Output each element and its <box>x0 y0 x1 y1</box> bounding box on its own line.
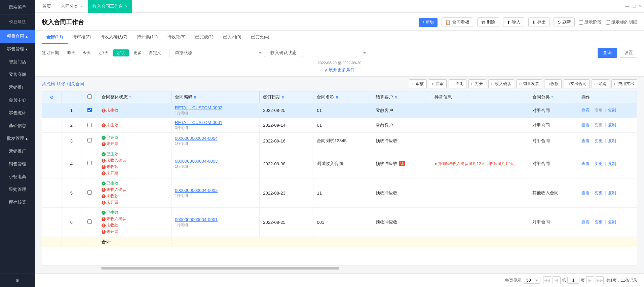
sidebar-item-project[interactable]: 项目合同▲ <box>0 30 35 43</box>
sidebar-item-member[interactable]: 会员中心 <box>0 94 35 107</box>
row-action-变更[interactable]: 变更 <box>595 138 603 144</box>
refresh-button[interactable]: ↻ 刷新 <box>554 17 575 27</box>
toolbar-btn-close[interactable]: □关闭 <box>449 79 466 88</box>
toolbar-btn-support-contract[interactable]: □支出合同 <box>564 79 590 88</box>
toolbar-btn-abandon[interactable]: ○弃审 <box>429 79 447 88</box>
tab-close-icon[interactable]: × <box>80 4 83 9</box>
contract-code-link[interactable]: 0000000000004-0003 <box>175 159 218 164</box>
sidebar-item-wholesale-mgmt[interactable]: 批发管理▲ <box>0 132 35 145</box>
row-action-查看[interactable]: 查看 <box>581 219 590 225</box>
contract-code-link[interactable]: RETAIL_CUSTOM-0003 <box>175 105 222 110</box>
page-input[interactable] <box>567 277 579 284</box>
row-action-查看[interactable]: 查看 <box>581 108 590 113</box>
delete-button[interactable]: 🗑 删除 <box>477 17 499 27</box>
tab-home[interactable]: 首页 <box>38 0 56 13</box>
sidebar-item-retail-mall[interactable]: 零售商城 <box>0 68 35 81</box>
cell-checkbox[interactable] <box>81 208 98 237</box>
filter-tab-closed[interactable]: 已关闭(0) <box>218 31 246 44</box>
sidebar-item-retail-mgmt[interactable]: 零售管理▲ <box>0 43 35 55</box>
row-action-复制[interactable]: 复制 <box>608 138 616 144</box>
row-action-复制[interactable]: 复制 <box>608 190 616 196</box>
date-option-last7[interactable]: 近7天 <box>96 49 111 56</box>
sidebar-search[interactable]: 搜索菜单 <box>0 0 35 14</box>
filter-tab-all[interactable]: 全部(11) <box>42 31 68 44</box>
toolbar-btn-open[interactable]: □打开 <box>468 79 486 88</box>
sidebar-item-sales-mgmt[interactable]: 销售管理 <box>0 158 35 170</box>
contract-code-link[interactable]: 0000000000004-0002 <box>175 188 218 193</box>
first-page-button[interactable]: ◀◀ <box>543 276 551 284</box>
date-option-custom[interactable]: 自定义 <box>146 49 164 56</box>
contract-code-link[interactable]: 0000000000004-0001 <box>175 217 218 222</box>
query-button[interactable]: 查询 <box>598 48 617 58</box>
filter-tab-pending-review[interactable]: 待审核(2) <box>68 31 96 44</box>
expand-conditions-button[interactable]: ∨ 展开更多条件 <box>324 67 355 73</box>
toolbar-btn-collection[interactable]: □收款 <box>544 79 562 88</box>
show-segment-checkbox[interactable]: 显示阶段 <box>579 19 602 25</box>
tab-close-icon[interactable]: × <box>125 4 127 9</box>
tab-contract-category[interactable]: 合同分类× <box>56 0 88 13</box>
toolbar-btn-sales-invoice[interactable]: □销售发票 <box>516 79 542 88</box>
row-action-复制[interactable]: 复制 <box>608 161 616 167</box>
next-page-button[interactable]: ▶ <box>586 276 594 284</box>
date-option-more[interactable]: 更多 <box>131 49 144 56</box>
sidebar-settings[interactable]: ⚙ <box>0 274 35 287</box>
filter-tab-pending-invoice[interactable]: 待开票(11) <box>132 31 162 44</box>
sidebar-item-inventory[interactable]: 库存核算 <box>0 196 35 209</box>
cell-checkbox[interactable] <box>81 178 98 208</box>
row-action-变更[interactable]: 变更 <box>595 219 603 225</box>
last-page-button[interactable]: ▶▶ <box>596 276 604 284</box>
cell-checkbox[interactable] <box>81 103 98 118</box>
date-option-last1month[interactable]: 近1月 <box>113 49 129 56</box>
minimize-icon[interactable]: — <box>625 4 630 9</box>
kanban-button[interactable]: 📋 合同看板 <box>442 17 473 27</box>
show-detail-checkbox[interactable]: 显示标的明细 <box>606 19 637 25</box>
row-action-查看[interactable]: 查看 <box>581 161 590 167</box>
filter-tab-changed[interactable]: 已变更(4) <box>246 31 274 44</box>
prev-page-button[interactable]: ◀ <box>553 276 561 284</box>
maximize-icon[interactable]: □ <box>633 4 636 9</box>
cell-checkbox[interactable] <box>81 133 98 149</box>
sidebar-nav-label[interactable]: 快捷导航 <box>0 17 35 27</box>
th-checkbox[interactable] <box>81 91 98 103</box>
doc-status-select[interactable] <box>198 49 265 57</box>
sidebar-item-marketing2[interactable]: 营销推广 <box>0 145 35 158</box>
page-size-select[interactable]: 102050100 <box>524 277 540 284</box>
row-action-查看[interactable]: 查看 <box>581 190 590 196</box>
th-settings[interactable]: ⚙ <box>42 91 62 103</box>
row-action-查看[interactable]: 查看 <box>581 122 590 128</box>
toolbar-btn-review[interactable]: ○审核 <box>409 79 427 88</box>
sidebar-item-purchase[interactable]: 采购管理 <box>0 183 35 196</box>
row-action-变更[interactable]: 变更 <box>595 190 603 196</box>
sidebar-item-retail-stats[interactable]: 零售统计 <box>0 107 35 119</box>
toolbar-btn-expense[interactable]: □费用支出 <box>611 79 637 88</box>
setting-button[interactable]: 设置 <box>620 48 637 58</box>
import-button[interactable]: ⬆ 导入 <box>503 17 524 27</box>
horizontal-scrollbar[interactable] <box>42 266 637 270</box>
toolbar-btn-income-confirm[interactable]: □收入确认 <box>488 79 514 88</box>
tab-income-workbench[interactable]: 收入合同工作台× <box>88 0 132 13</box>
cell-checkbox[interactable] <box>81 149 98 178</box>
scrollbar-thumb[interactable] <box>101 267 339 270</box>
toolbar-btn-purchase[interactable]: □采购 <box>592 79 609 88</box>
filter-tab-completed[interactable]: 已完成(1) <box>190 31 218 44</box>
income-confirm-select[interactable] <box>302 49 369 57</box>
row-action-复制[interactable]: 复制 <box>608 219 616 225</box>
date-option-yesterday[interactable]: 昨天 <box>65 49 78 56</box>
row-action-变更[interactable]: 变更 <box>595 161 603 167</box>
row-action-查看[interactable]: 查看 <box>581 138 590 144</box>
sidebar-item-marketing[interactable]: 营销推广 <box>0 81 35 94</box>
cell-checkbox[interactable] <box>81 118 98 133</box>
row-action-复制[interactable]: 复制 <box>608 122 616 128</box>
filter-tab-pending-confirm[interactable]: 待收入确认(7) <box>96 31 132 44</box>
contract-code-link[interactable]: 0000000000004-0004 <box>175 136 218 141</box>
date-option-today[interactable]: 今天 <box>80 49 93 56</box>
new-button[interactable]: + 新增 <box>419 18 438 27</box>
filter-tab-pending-payment[interactable]: 待收款(8) <box>162 31 190 44</box>
export-button[interactable]: ⬇ 导出 <box>528 17 550 27</box>
row-action-复制[interactable]: 复制 <box>608 108 616 113</box>
contract-code-link[interactable]: RETAIL_CUSTOM-0001 <box>175 120 222 125</box>
sidebar-item-smart-store[interactable]: 智慧门店 <box>0 55 35 68</box>
close-window-icon[interactable]: × <box>639 4 641 9</box>
sidebar-item-xiaochangec[interactable]: 小畅电商 <box>0 170 35 183</box>
sidebar-item-basic-info[interactable]: 基础信息 <box>0 119 35 132</box>
